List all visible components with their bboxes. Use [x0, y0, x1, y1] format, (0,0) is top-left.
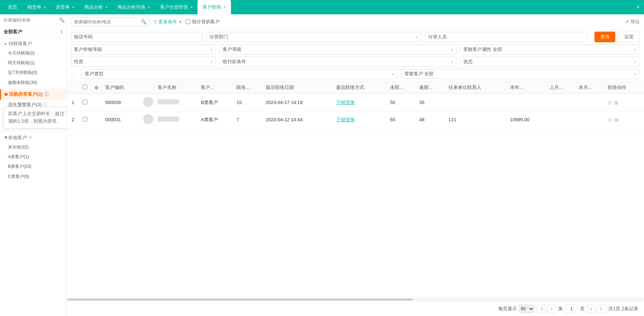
- export-icon: ↗: [625, 19, 629, 24]
- sidebar-collapse-button[interactable]: 《: [58, 29, 62, 35]
- nav-item-layered[interactable]: 客户分层经营 ×: [155, 0, 198, 14]
- scroll-track: [67, 298, 643, 301]
- page-input[interactable]: [565, 305, 578, 313]
- level-field[interactable]: 客户等级 ∨: [219, 44, 457, 55]
- table-row: 2 000031 A类客户 7 2023-04-12 14:44: 下销货单 5…: [66, 111, 644, 128]
- sidebar-item-overdue[interactable]: 逾期未联络(30): [0, 78, 66, 88]
- row-num: 2: [66, 111, 79, 128]
- last-method-link[interactable]: 下销货单: [336, 117, 355, 122]
- nav-item-analysis-list[interactable]: 商品分析列表 ×: [112, 0, 155, 14]
- window-close-button[interactable]: ×: [636, 4, 640, 10]
- close-contact-icon[interactable]: ×: [223, 5, 226, 9]
- select-all-checkbox[interactable]: [83, 85, 87, 89]
- sidebar-search-icon[interactable]: 🔍: [59, 17, 65, 23]
- nav-item-contact[interactable]: 客户联络 ×: [198, 0, 231, 14]
- row-checkbox[interactable]: [83, 100, 87, 104]
- my-customers-checkbox[interactable]: [186, 19, 190, 24]
- dept-label: 分管部门: [209, 34, 416, 40]
- repurchase-info-icon[interactable]: ⓘ: [44, 91, 48, 98]
- repurchase-abnormal-label: 回购异常客户(2): [9, 91, 43, 98]
- my-customers-label: 我分管的客户: [192, 19, 220, 25]
- row-last-month: [547, 111, 576, 128]
- customer-type-field[interactable]: 客户类型 ∨: [82, 69, 398, 79]
- dept-field[interactable]: 分管部门 ∨: [206, 32, 421, 42]
- sidebar-item-tomorrow[interactable]: 明天待联络(1): [0, 58, 66, 68]
- gender-field[interactable]: 性质 ∨: [71, 57, 216, 67]
- col-gear-header[interactable]: ⚙: [90, 81, 103, 94]
- nav-item-sales[interactable]: 销货单 ×: [22, 0, 51, 14]
- horizontal-scrollbar[interactable]: [66, 297, 644, 301]
- close-layered-icon[interactable]: ×: [190, 5, 193, 9]
- nav-item-home[interactable]: 首页: [3, 0, 22, 14]
- per-page-select[interactable]: 50 20 100: [519, 305, 534, 313]
- level-label: 客户等级: [223, 46, 451, 53]
- query-button[interactable]: 查询: [594, 32, 615, 42]
- sidebar-item-today[interactable]: 今天待联络(0): [0, 48, 66, 58]
- row-gear: [90, 94, 103, 111]
- row-last-date: 2023-04-12 14:44:: [264, 111, 334, 128]
- col-uncontacted-header: 未联...: [388, 81, 417, 94]
- sidebar-item-class-a[interactable]: A类客户(1): [0, 152, 66, 162]
- row-contact: 15: [234, 94, 263, 111]
- nav-item-analysis[interactable]: 商品分析 ×: [79, 0, 112, 14]
- row-last-month: [547, 94, 576, 111]
- person-dots-icon: ···: [582, 35, 585, 39]
- row-company-contact: 111: [446, 111, 508, 128]
- retail-attr-field[interactable]: 零散客户属性 全部 ∨: [460, 44, 640, 55]
- row-this-month: [576, 94, 606, 111]
- col-code-header: 客户编码: [103, 81, 141, 94]
- person-field[interactable]: 分管人员 ···: [425, 32, 588, 42]
- close-analysis-list-icon[interactable]: ×: [148, 5, 150, 9]
- active-indicator: [5, 93, 8, 96]
- last-page-button[interactable]: 》: [598, 305, 606, 313]
- advanced-filter: 电话号码 分管部门 ∨ 分管人员 ··· 查询 设置 客户价格等级: [66, 29, 644, 81]
- price-level-field[interactable]: 客户价格等级 ∨: [71, 44, 216, 55]
- sidebar-item-repurchase-abnormal[interactable]: 回购异常客户(2) ⓘ: [0, 89, 66, 100]
- search-input[interactable]: [74, 19, 141, 24]
- more-conditions-button[interactable]: ▽ 更多条件 ∧: [153, 19, 182, 25]
- export-button[interactable]: ↗ 导出: [625, 19, 640, 25]
- tooltip-text: 距客户上次交易时长，超过了此客户的平均交易周期的1.5倍，则视为异常。: [8, 111, 66, 124]
- nav-item-purchase[interactable]: 进货单 ×: [51, 0, 79, 14]
- table-row: 1 000039 B类客户 15 2023-04-17 14:19: 下销货单 …: [66, 94, 644, 111]
- row-type: A类客户: [199, 111, 234, 128]
- payment-field[interactable]: 收付款条件 ∨: [219, 57, 457, 67]
- row-checkbox[interactable]: [83, 117, 87, 122]
- col-last-method-header: 最后联络方式: [334, 81, 388, 94]
- row-action: ⊙ ⊞: [606, 94, 644, 111]
- sidebar-group-value[interactable]: ▼ 价值客户 ✎: [0, 132, 66, 142]
- set-button[interactable]: 设置: [618, 32, 640, 42]
- customer-type-arrow-icon: ∨: [392, 72, 394, 76]
- close-analysis-icon[interactable]: ×: [105, 5, 107, 9]
- phone-field[interactable]: 电话号码: [71, 32, 203, 42]
- sidebar-group-pending[interactable]: ▼ 待联络客户: [0, 38, 66, 48]
- all-customers-label: 全部客户: [4, 29, 22, 35]
- col-last-month-header: 上月...: [547, 81, 576, 94]
- last-method-link[interactable]: 下销货单: [336, 100, 355, 105]
- sidebar-item-class-b[interactable]: B类客户(33): [0, 162, 66, 171]
- sidebar-item-class-c[interactable]: C类客户(6): [0, 172, 66, 181]
- first-page-button[interactable]: 《: [537, 305, 545, 313]
- action-link-icon[interactable]: ⊙: [608, 117, 612, 123]
- retail-customer-field[interactable]: 零散客户 全部 ∨: [401, 69, 640, 79]
- row-overdue: 35: [417, 94, 446, 111]
- action-link-icon[interactable]: ⊙: [608, 100, 612, 105]
- prev-page-button[interactable]: ‹: [547, 305, 556, 313]
- value-edit-icon[interactable]: ✎: [28, 135, 32, 140]
- row-avatar-cell: [141, 111, 156, 128]
- close-purchase-icon[interactable]: ×: [72, 5, 74, 9]
- row-company-contact: [446, 94, 508, 111]
- customer-table: ⚙ 客户编码 客户名称 客户... 联络... 最后联络日期 最后联络方式 未联…: [66, 81, 644, 128]
- sidebar-search-input[interactable]: [4, 18, 57, 23]
- page-label: 第: [558, 306, 563, 312]
- search-icon[interactable]: 🔍: [141, 19, 147, 24]
- status-field[interactable]: 状态 ∨: [460, 57, 640, 67]
- next-page-button[interactable]: ›: [587, 305, 596, 313]
- row-name: [156, 111, 199, 128]
- more-dots: ···: [71, 71, 74, 76]
- sidebar-item-7days[interactable]: 近7天待联络(0): [0, 68, 66, 77]
- action-grid-icon[interactable]: ⊞: [614, 117, 618, 123]
- close-sales-icon[interactable]: ×: [43, 5, 46, 9]
- sidebar-item-ungroup[interactable]: 未分组(32): [0, 142, 66, 152]
- action-grid-icon[interactable]: ⊞: [614, 100, 618, 105]
